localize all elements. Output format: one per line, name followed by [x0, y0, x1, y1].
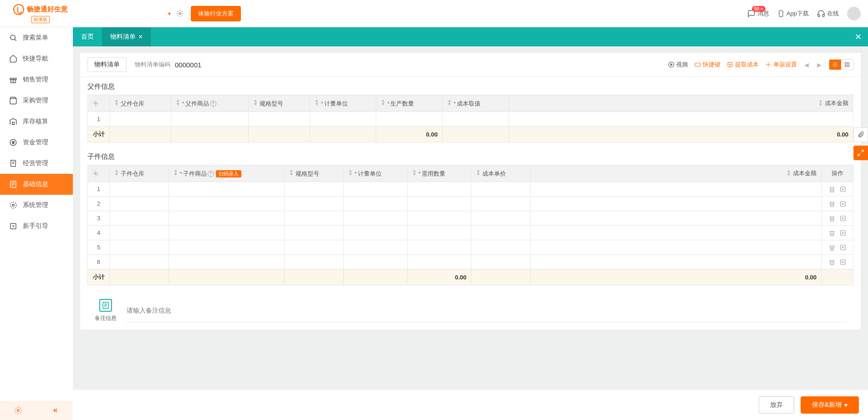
settings-icon[interactable]	[14, 406, 22, 415]
cell[interactable]	[110, 255, 169, 269]
child-row[interactable]: 3	[88, 211, 853, 226]
cell[interactable]	[471, 240, 531, 255]
tabbar-close[interactable]: ✕	[848, 27, 868, 46]
child-gear-col[interactable]	[88, 165, 110, 182]
add-icon[interactable]	[840, 215, 846, 222]
col-parent-cost-amount[interactable]: ▲▼成本金额	[509, 95, 853, 112]
cell[interactable]	[343, 255, 407, 269]
parent-gear-col[interactable]	[88, 95, 110, 112]
cell[interactable]	[171, 112, 248, 127]
remarks-input[interactable]	[125, 299, 846, 322]
cell[interactable]	[110, 226, 169, 240]
cell[interactable]	[284, 255, 343, 269]
company-settings-icon[interactable]	[174, 8, 185, 19]
sidebar-item-search[interactable]: 搜索菜单	[0, 27, 73, 48]
cell[interactable]	[471, 226, 531, 240]
child-row[interactable]: 6	[88, 255, 853, 269]
col-child-unit[interactable]: ▲▼*计量单位	[343, 165, 407, 182]
delete-icon[interactable]	[829, 186, 835, 192]
delete-icon[interactable]	[829, 215, 835, 222]
delete-icon[interactable]	[829, 201, 835, 207]
cell[interactable]	[249, 112, 310, 127]
col-child-price[interactable]: ▲▼成本单价	[471, 165, 531, 182]
cta-button[interactable]: 体验行业方案	[191, 6, 241, 21]
sidebar-item-guide[interactable]: 新手引导	[0, 216, 73, 237]
cell[interactable]	[343, 197, 407, 211]
logo[interactable]: 畅捷通好生意 标准版	[7, 4, 73, 23]
cell[interactable]	[284, 226, 343, 240]
cell[interactable]	[110, 182, 169, 197]
shortcut-link[interactable]: 快捷键	[694, 61, 720, 69]
cell[interactable]	[407, 255, 471, 269]
cell[interactable]	[284, 240, 343, 255]
sidebar-item-finance[interactable]: ¥资金管理	[0, 132, 73, 153]
cell[interactable]	[407, 240, 471, 255]
cell[interactable]	[531, 226, 822, 240]
save-new-button[interactable]: 保存&新增▾	[801, 396, 859, 414]
cell[interactable]	[531, 211, 822, 226]
parent-row[interactable]: 1	[88, 112, 853, 127]
cell[interactable]	[471, 182, 531, 197]
child-row[interactable]: 5	[88, 240, 853, 255]
cell[interactable]	[531, 197, 822, 211]
view-list[interactable]	[829, 60, 841, 70]
sidebar-item-purchase[interactable]: 采购管理	[0, 90, 73, 111]
cell[interactable]	[110, 240, 169, 255]
col-child-product[interactable]: ▲▼*子件商品?扫码录入	[168, 165, 284, 182]
child-row[interactable]: 2	[88, 197, 853, 211]
cell[interactable]	[168, 255, 284, 269]
cell[interactable]	[168, 226, 284, 240]
expand-button[interactable]	[853, 146, 868, 160]
scan-tag[interactable]: 扫码录入	[216, 170, 241, 177]
delete-icon[interactable]	[829, 230, 835, 236]
cell[interactable]	[531, 240, 822, 255]
discard-button[interactable]: 放弃	[759, 396, 794, 414]
add-icon[interactable]	[840, 230, 846, 236]
col-parent-warehouse[interactable]: ▲▼父件仓库	[110, 95, 171, 112]
view-grid[interactable]	[841, 60, 853, 70]
cell[interactable]	[407, 182, 471, 197]
cell[interactable]	[471, 197, 531, 211]
sidebar-item-sales[interactable]: 销售管理	[0, 69, 73, 90]
sidebar-item-business[interactable]: 经营管理	[0, 153, 73, 174]
delete-icon[interactable]	[829, 244, 835, 251]
col-parent-qty[interactable]: ▲▼*生产数量	[376, 95, 443, 112]
messages-link[interactable]: 消息 99 +	[747, 10, 769, 18]
cell[interactable]	[407, 197, 471, 211]
col-parent-spec[interactable]: ▲▼规格型号	[249, 95, 310, 112]
cell[interactable]	[343, 240, 407, 255]
delete-icon[interactable]	[829, 259, 835, 265]
sidebar-item-quicknav[interactable]: 快捷导航	[0, 48, 73, 69]
avatar[interactable]	[847, 7, 861, 20]
cell[interactable]	[284, 211, 343, 226]
cell[interactable]	[343, 226, 407, 240]
cell[interactable]	[531, 182, 822, 197]
extract-cost-link[interactable]: 提取成本	[727, 61, 759, 69]
doc-setting-link[interactable]: 单据设置	[765, 61, 797, 69]
col-child-amount[interactable]: ▲▼成本金额	[531, 165, 822, 182]
add-icon[interactable]	[840, 201, 846, 207]
child-row[interactable]: 1	[88, 182, 853, 197]
col-child-warehouse[interactable]: ▲▼子件仓库	[110, 165, 169, 182]
tab-bom[interactable]: 物料清单×	[102, 27, 151, 46]
cell[interactable]	[471, 211, 531, 226]
prev-icon[interactable]: ◀	[803, 61, 810, 68]
cell[interactable]	[168, 211, 284, 226]
sidebar-item-inventory[interactable]: 库存核算	[0, 111, 73, 132]
cell[interactable]	[310, 112, 376, 127]
sidebar-item-basic-info[interactable]: 基础信息	[0, 174, 73, 195]
online-support-link[interactable]: 在线	[817, 10, 839, 18]
tab-home[interactable]: 首页	[73, 27, 102, 46]
sidebar-item-system[interactable]: 系统管理	[0, 195, 73, 216]
add-icon[interactable]	[840, 186, 846, 192]
app-download-link[interactable]: App下载	[777, 10, 809, 18]
help-icon[interactable]: ?	[208, 171, 214, 177]
add-icon[interactable]	[840, 244, 846, 251]
cell[interactable]	[343, 182, 407, 197]
col-child-qty[interactable]: ▲▼*需用数量	[407, 165, 471, 182]
cell[interactable]	[509, 112, 853, 127]
col-child-spec[interactable]: ▲▼规格型号	[284, 165, 343, 182]
cell[interactable]	[531, 255, 822, 269]
attachment-button[interactable]	[853, 127, 868, 142]
child-row[interactable]: 4	[88, 226, 853, 240]
